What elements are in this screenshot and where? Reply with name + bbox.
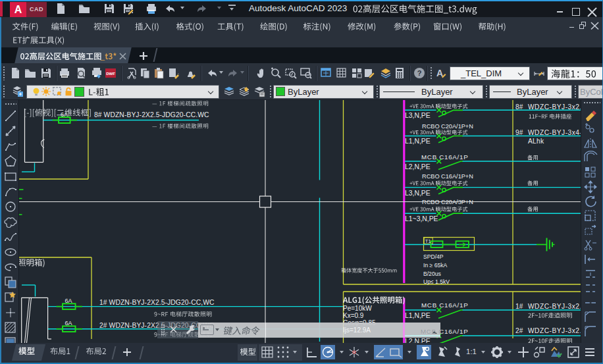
- svg-text:MCB C16A/1P: MCB C16A/1P: [421, 153, 468, 161]
- svg-text:DWF: DWF: [106, 72, 115, 76]
- svg-text:L1,N,PE: L1,N,PE: [405, 138, 431, 145]
- svg-text:WDZC-BYJ-3x2.: WDZC-BYJ-3x2.: [528, 303, 581, 310]
- svg-text:L3,N,PE: L3,N,PE: [405, 190, 431, 197]
- svg-text:RCBO C20A/1P+N: RCBO C20A/1P+N: [422, 123, 473, 130]
- svg-text:1#: 1#: [515, 303, 523, 310]
- svg-text:B/20us: B/20us: [423, 271, 441, 277]
- svg-text:L3,N,PE: L3,N,PE: [405, 112, 431, 119]
- svg-text:WDZC-BYJ-3x2.: WDZC-BYJ-3x2.: [528, 327, 581, 334]
- svg-text:9#: 9#: [515, 129, 523, 136]
- svg-text:T1: T1: [425, 238, 431, 244]
- svg-text:ALhk: ALhk: [528, 138, 544, 145]
- svg-text:RCBO C16A/1P+N: RCBO C16A/1P+N: [422, 173, 473, 180]
- svg-text:Kx=0.9: Kx=0.9: [343, 312, 364, 319]
- svg-text:1# WDZN-BYJ-2X2.5-JDG20-CC,WC: 1# WDZN-BYJ-2X2.5-JDG20-CC,WC: [99, 299, 215, 306]
- svg-text:8#: 8#: [515, 103, 523, 111]
- svg-text:WDZC-BYJ-3x4-: WDZC-BYJ-3x4-: [528, 129, 581, 136]
- svg-text:MCB C16A/1P: MCB C16A/1P: [421, 301, 468, 309]
- svg-text:SPD/4P: SPD/4P: [423, 253, 444, 260]
- svg-text:L1~3,N,PE: L1~3,N,PE: [405, 215, 438, 222]
- svg-text:WDZC-BYJ-3x2.: WDZC-BYJ-3x2.: [528, 103, 581, 111]
- svg-text:L1,N,PE: L1,N,PE: [405, 312, 431, 319]
- svg-text:Up≤ 1.5kV: Up≤ 1.5kV: [423, 278, 450, 285]
- svg-text:Ijs=12.9A: Ijs=12.9A: [343, 326, 371, 334]
- svg-text:MCB C: MCB C: [421, 328, 444, 335]
- svg-text:L2,N,PE: L2,N,PE: [405, 163, 431, 170]
- svg-text:Pe=10kW: Pe=10kW: [343, 305, 372, 312]
- svg-text:2#: 2#: [515, 327, 523, 334]
- svg-text:?: ?: [417, 69, 422, 77]
- svg-text:6A: 6A: [65, 298, 72, 304]
- svg-text:6A: 6A: [65, 320, 72, 326]
- svg-text:L2,N,PE: L2,N,PE: [405, 338, 431, 344]
- svg-text:RCBO C20A/3P+N: RCBO C20A/3P+N: [422, 199, 473, 205]
- svg-text:In ≥ 65kA: In ≥ 65kA: [423, 262, 448, 269]
- svg-text:8# WDZN-BYJ-2X2.5-JDG20-CC.WC: 8# WDZN-BYJ-2X2.5-JDG20-CC.WC: [94, 111, 209, 118]
